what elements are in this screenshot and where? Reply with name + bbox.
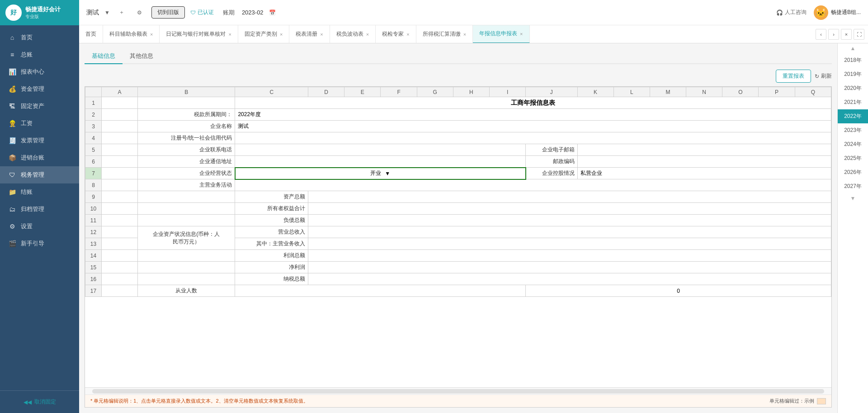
cell-b9[interactable] xyxy=(138,191,235,203)
cell-k6[interactable] xyxy=(577,156,831,168)
cell-a2[interactable] xyxy=(102,109,138,121)
sidebar-item-invoice[interactable]: 🧾 发票管理 xyxy=(0,132,79,149)
cell-b12[interactable]: 企业资产状况信息(币种：人民币万元） xyxy=(138,226,235,250)
cell-a12[interactable] xyxy=(102,226,138,238)
col-header-g[interactable]: G xyxy=(417,87,453,97)
col-header-a[interactable]: A xyxy=(102,87,138,97)
col-header-n[interactable]: N xyxy=(686,87,722,97)
cell-c15[interactable]: 净利润 xyxy=(235,262,308,273)
year-2021[interactable]: 2021年 xyxy=(838,95,868,109)
cell-b1[interactable] xyxy=(138,97,235,109)
sidebar-item-payroll[interactable]: 👷 工资 xyxy=(0,115,79,132)
switch-old-btn[interactable]: 切到旧版 xyxy=(151,6,185,19)
col-header-d[interactable]: D xyxy=(308,87,344,97)
cell-b17[interactable]: 从业人数 xyxy=(138,285,235,297)
cell-j6[interactable]: 邮政编码 xyxy=(526,156,577,168)
sidebar-item-ledger[interactable]: ≡ 总账 xyxy=(0,46,79,63)
cell-b5[interactable]: 企业联系电话 xyxy=(138,144,235,156)
cell-a11[interactable] xyxy=(102,215,138,226)
cell-b4[interactable]: 注册号/统一社会信用代码 xyxy=(138,132,235,144)
year-2018[interactable]: 2018年 xyxy=(838,53,868,67)
cell-k17[interactable]: 0 xyxy=(526,285,831,297)
sidebar-item-assets[interactable]: 🏗 固定资产 xyxy=(0,98,79,115)
cell-c11[interactable]: 负债总额 xyxy=(235,215,308,226)
cell-c9[interactable]: 资产总额 xyxy=(235,191,308,203)
year-nav-up[interactable]: ▲ xyxy=(838,43,868,53)
close-icon[interactable]: × xyxy=(520,31,523,37)
cell-a3[interactable] xyxy=(102,121,138,132)
h-scrollbar-thumb[interactable] xyxy=(92,389,824,394)
topbar-dropdown-arrow[interactable]: ▼ xyxy=(104,9,110,16)
consult-btn[interactable]: 🎧 人工咨询 xyxy=(776,9,807,16)
year-2020[interactable]: 2020年 xyxy=(838,81,868,95)
year-nav-down[interactable]: ▼ xyxy=(838,193,868,203)
cell-c3[interactable]: 测试 xyxy=(235,121,831,132)
cell-j7[interactable]: 企业控股情况 xyxy=(526,168,577,179)
sidebar-item-archive[interactable]: 🗂 归档管理 xyxy=(0,201,79,218)
cell-b15[interactable] xyxy=(138,262,235,273)
cell-a16[interactable] xyxy=(102,273,138,285)
tab-next-btn[interactable]: › xyxy=(828,29,839,40)
col-header-o[interactable]: O xyxy=(722,87,759,97)
tab-tax-table[interactable]: 税表清册 × xyxy=(289,25,330,43)
cell-d16[interactable] xyxy=(308,273,831,285)
tab-expand-btn[interactable]: ⛶ xyxy=(854,29,864,40)
sidebar-item-reports[interactable]: 📊 报表中心 xyxy=(0,63,79,80)
cell-c6[interactable] xyxy=(235,156,526,168)
tab-tax-burden[interactable]: 税负波动表 × xyxy=(330,25,376,43)
cell-c1-title[interactable]: 工商年报信息表 xyxy=(235,97,831,109)
reset-report-btn[interactable]: 重置报表 xyxy=(776,70,811,83)
close-icon[interactable]: × xyxy=(150,32,153,37)
tab-journal-bank[interactable]: 日记账与银行对账单核对 × xyxy=(160,25,238,43)
col-header-q[interactable]: Q xyxy=(795,87,831,97)
tab-income-tax[interactable]: 所得税汇算清缴 × xyxy=(416,25,473,43)
close-icon[interactable]: × xyxy=(366,32,369,37)
calendar-icon[interactable]: 📅 xyxy=(269,9,276,16)
cell-c5[interactable] xyxy=(235,144,526,156)
cell-d10[interactable] xyxy=(308,203,831,215)
close-icon[interactable]: × xyxy=(228,32,231,37)
year-2019[interactable]: 2019年 xyxy=(838,67,868,81)
subtab-other[interactable]: 其他信息 xyxy=(123,49,160,64)
year-2024[interactable]: 2024年 xyxy=(838,137,868,151)
year-2026[interactable]: 2026年 xyxy=(838,165,868,179)
tab-annual-report[interactable]: 年报信息申报表 × xyxy=(473,25,529,43)
col-header-k[interactable]: K xyxy=(577,87,613,97)
col-header-l[interactable]: L xyxy=(613,87,650,97)
close-icon[interactable]: × xyxy=(463,32,466,37)
cell-c14[interactable]: 利润总额 xyxy=(235,250,308,262)
topbar-settings-btn[interactable]: ⚙ xyxy=(133,6,146,19)
sidebar-item-settings[interactable]: ⚙ 设置 xyxy=(0,218,79,235)
tab-close-btn[interactable]: × xyxy=(841,29,852,40)
cell-b3[interactable]: 企业名称 xyxy=(138,121,235,132)
col-header-j[interactable]: J xyxy=(526,87,577,97)
cell-j5[interactable]: 企业电子邮箱 xyxy=(526,144,577,156)
cell-b16[interactable] xyxy=(138,273,235,285)
col-header-m[interactable]: M xyxy=(650,87,686,97)
year-2025[interactable]: 2025年 xyxy=(838,151,868,165)
cell-d11[interactable] xyxy=(308,215,831,226)
cell-d12[interactable] xyxy=(308,226,831,238)
cell-a9[interactable] xyxy=(102,191,138,203)
close-icon[interactable]: × xyxy=(406,32,409,37)
cell-a15[interactable] xyxy=(102,262,138,273)
year-2022[interactable]: 2022年 xyxy=(838,109,868,123)
cell-c13[interactable]: 其中：主营业务收入 xyxy=(235,238,308,250)
cell-a7[interactable] xyxy=(102,168,138,179)
h-scrollbar[interactable] xyxy=(85,387,831,394)
col-header-i[interactable]: I xyxy=(490,87,526,97)
cell-b8[interactable]: 主营业务活动 xyxy=(138,179,235,191)
cell-a1[interactable] xyxy=(102,97,138,109)
cell-d14[interactable] xyxy=(308,250,831,262)
sidebar-item-tax[interactable]: 🛡 税务管理 xyxy=(0,166,79,183)
cell-d13[interactable] xyxy=(308,238,831,250)
tab-subject-balance[interactable]: 科目辅助余额表 × xyxy=(103,25,160,43)
pin-button[interactable]: ◀◀ 取消固定 xyxy=(0,394,79,409)
col-header-f[interactable]: F xyxy=(381,87,417,97)
cell-a8[interactable] xyxy=(102,179,138,191)
cell-b10[interactable] xyxy=(138,203,235,215)
cell-a4[interactable] xyxy=(102,132,138,144)
cell-a13[interactable] xyxy=(102,238,138,250)
sheet-scroll[interactable]: A B C D E F G H I J K L xyxy=(85,87,831,387)
cell-k5[interactable] xyxy=(577,144,831,156)
